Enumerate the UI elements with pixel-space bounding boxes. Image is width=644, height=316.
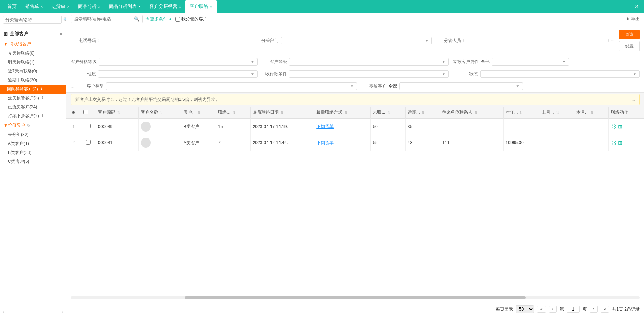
sidebar-collapse-btn[interactable]: « [60,31,62,37]
settings-button[interactable]: 设置 [619,41,640,51]
main-search-icon[interactable]: 🔍 [134,16,139,22]
th-last-month[interactable]: 上月... ⇅ [539,107,574,119]
select-all-checkbox[interactable] [83,110,88,114]
nav-sales[interactable]: 销售单 × [21,0,47,13]
action-link-icon-1[interactable]: ⛓ [611,124,616,129]
nav-product-analysis-close[interactable]: × [98,4,100,9]
sidebar-item-class-c[interactable]: C类客户(6) [0,157,66,166]
more-conditions-btn[interactable]: ⚗ 更多条件 ▲ [145,16,172,22]
chevron-up-icon: ▲ [168,16,172,22]
window-close-button[interactable]: × [632,3,641,10]
sidebar-item-tomorrow[interactable]: 明天待联络(1) [0,58,66,67]
th-contact-person[interactable]: 往来单位联系人 ⇅ [440,107,503,119]
th-customer-type[interactable]: 客户... ⇅ [181,107,216,119]
horizontal-scrollbar[interactable] [66,293,644,302]
row4-dots[interactable]: ... [71,84,74,89]
gender-input[interactable]: ▼ [98,70,258,78]
td-method-2: 下销货单 [314,135,371,151]
th-checkbox[interactable] [81,107,96,119]
first-page-btn[interactable]: « [537,306,546,313]
scroll-thumb[interactable] [185,296,526,299]
edit-icon[interactable]: ✎ [27,123,31,128]
sidebar-item-declining[interactable]: 持续下滑客户(2) ℹ [0,112,66,121]
avatar-2 [141,138,151,148]
th-customer-code[interactable]: 客户编码 ⇅ [96,107,139,119]
next-page-btn[interactable]: › [590,306,598,313]
dept-input[interactable]: ▼ [281,37,432,44]
table-row: 2 000031 A类客户 7 2023-04-12 14:44: 下销货单 [66,135,644,151]
th-uncontacted[interactable]: 未联... ⇅ [371,107,405,119]
th-overdue[interactable]: 逾期... ⇅ [405,107,440,119]
nav-purchase[interactable]: 进货单 × [47,0,73,13]
th-current-month[interactable]: 本月... ⇅ [574,107,608,119]
nav-product-list[interactable]: 商品分析列表 × [105,0,145,13]
prev-page-btn[interactable]: ‹ [549,306,557,313]
sort-type-icon: ⇅ [198,110,200,114]
page-size-select[interactable]: 50 100 200 [516,305,534,313]
price-level-input[interactable]: ▼ [99,58,258,66]
export-button[interactable]: ⬆ 导出 [626,16,640,22]
th-contact-count[interactable]: 联络... ⇅ [216,107,250,119]
retail-attr-input[interactable]: ▼ [492,58,569,66]
retail-customer-input[interactable]: ▼ [399,82,523,90]
customer-level-input[interactable]: ▼ [289,58,449,66]
sidebar-item-class-b[interactable]: B类客户(33) [0,148,66,157]
sidebar-item-class-a[interactable]: A类客户(1) [0,139,66,148]
customer-type-input[interactable]: ▼ [106,82,357,90]
method-link-1[interactable]: 下销货单 [316,124,334,129]
row2-checkbox[interactable] [86,140,91,145]
sidebar-item-churn-warning[interactable]: 流失预警客户(3) ℹ [0,94,66,103]
payment-chevron-icon: ▼ [442,72,445,76]
query-button[interactable]: 查询 [619,30,640,39]
sidebar-all-customers[interactable]: ⊞ 全部客户 « [0,28,66,39]
td-method-1: 下销货单 [314,119,371,135]
sidebar-right-scroll[interactable]: › [61,309,63,315]
th-settings[interactable]: ⚙ [66,107,81,119]
td-uncontacted-2: 55 [371,135,405,151]
sidebar-item-overdue[interactable]: 逾期未联络(30) [0,76,66,85]
nav-purchase-close[interactable]: × [67,4,69,9]
nav-home[interactable]: 首页 [3,0,21,13]
sidebar-item-abnormal[interactable]: 回购异常客户(2) ℹ [0,85,66,94]
nav-product-list-close[interactable]: × [138,4,140,9]
action-link-icon-2[interactable]: ⛓ [611,140,616,146]
td-code-1: 000039 [96,119,139,135]
nav-product-analysis[interactable]: 商品分析 × [74,0,105,13]
method-link-2[interactable]: 下销货单 [316,140,334,145]
settings-icon: ⚙ [71,110,75,115]
nav-customer-contact-close[interactable]: × [210,4,212,9]
sidebar-item-churned[interactable]: 已流失客户(24) [0,103,66,112]
action-grid-icon-2[interactable]: ⊞ [618,140,622,146]
th-customer-name[interactable]: 客户名称 ⇅ [138,107,181,119]
tooltip-dots[interactable]: ... [631,97,635,102]
sidebar-search-input[interactable] [3,16,62,24]
person-dots-btn[interactable]: ··· [611,38,615,43]
filter-price-level: 客户价格等级 ▼ [71,58,258,66]
sidebar-section-pending[interactable]: ▼ 待联络客户 [0,39,66,49]
sidebar-value-section[interactable]: ▼ 价值客户 ✎ [0,121,66,130]
sidebar-item-ungroup[interactable]: 未分组(32) [0,130,66,139]
my-customers-checkbox[interactable] [175,17,180,22]
filter-retail-customer: 零散客户 全部 ▼ [361,82,640,90]
nav-customer-tier-close[interactable]: × [179,4,181,9]
payment-input[interactable]: ▼ [289,70,449,78]
sidebar-item-today[interactable]: 今天待联络(0) [0,49,66,58]
info-icon-3: ℹ [42,114,43,118]
nav-customer-tier[interactable]: 客户分层经营 × [145,0,185,13]
phone-input[interactable] [98,39,249,42]
status-input[interactable]: ▼ [480,70,640,78]
filter-payment: 收付款条件 ▼ [262,70,449,78]
nav-sales-close[interactable]: × [41,4,43,9]
main-search-input[interactable] [74,16,134,22]
nav-customer-contact[interactable]: 客户联络 × [185,0,216,13]
person-input[interactable] [463,39,609,42]
th-current-year[interactable]: 本年... ⇅ [503,107,539,119]
sidebar-left-scroll[interactable]: ‹ [3,309,5,315]
action-grid-icon-1[interactable]: ⊞ [618,124,622,129]
last-page-btn[interactable]: » [601,306,610,313]
row1-checkbox[interactable] [86,124,91,128]
page-number-input[interactable] [567,306,580,313]
sidebar-item-7days[interactable]: 近7天待联络(0) [0,67,66,76]
th-last-contact-method[interactable]: 最后联络方式 ⇅ [314,107,371,119]
th-last-contact-date[interactable]: 最后联络日期 ⇅ [250,107,314,119]
